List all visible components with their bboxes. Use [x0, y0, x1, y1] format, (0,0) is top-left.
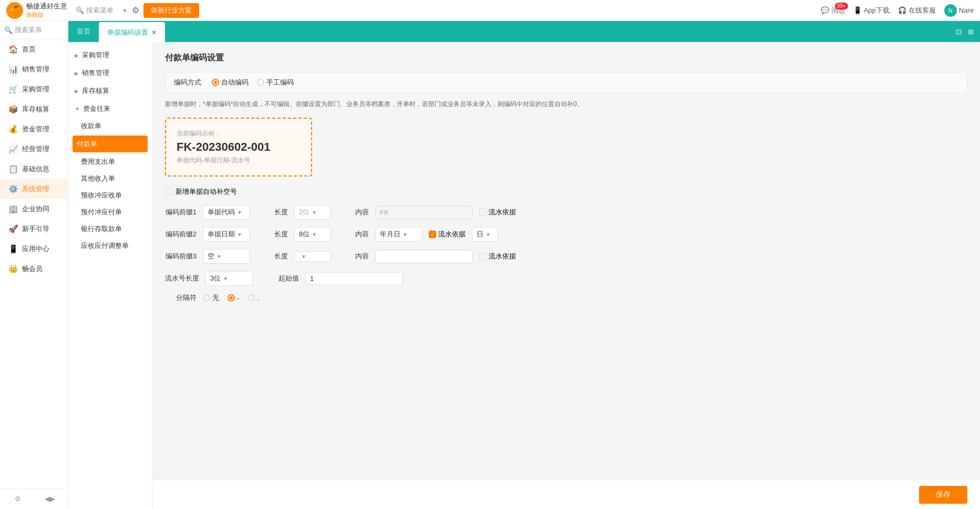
sidebar-settings-button[interactable]: ⚙	[4, 493, 32, 505]
prefix3-chevron-icon: ▼	[216, 254, 222, 259]
sidebar-item-member[interactable]: 👑 畅会员	[0, 259, 68, 279]
serial-length-label: 流水号长度	[165, 274, 199, 283]
prefix2-length-value: 8位	[299, 230, 310, 239]
sub-group-sales: ▶ 销售管理	[68, 64, 152, 82]
sidebar-item-operation[interactable]: 📈 经营管理	[0, 139, 68, 159]
auto-encode-radio[interactable]	[212, 79, 219, 86]
sub-item-payment[interactable]: 付款单	[73, 136, 148, 152]
sidebar-search[interactable]: 🔍 搜索菜单	[0, 21, 68, 39]
prefix3-serial-group: 流水依据	[479, 252, 516, 261]
sidebar-item-basic[interactable]: 📋 基础信息	[0, 159, 68, 179]
prefix2-content-value: 年月日	[380, 230, 400, 239]
sub-item-bank-deposit[interactable]: 银行存取款单	[68, 221, 152, 237]
code-preview-desc: 单据代码-单据日期-流水号	[177, 156, 301, 165]
save-button[interactable]: 保存	[919, 486, 967, 504]
sidebar-item-finance[interactable]: 💰 资金管理	[0, 119, 68, 139]
topbar-right: 💬 消息 99+ 📱 App下载 🎧 在线客服 N Nare	[821, 4, 974, 17]
main-layout: 🔍 搜索菜单 🏠 首页 📊 销售管理 🛒 采购管理 📦 库存核算 💰	[0, 21, 980, 509]
sub-group-inventory-header[interactable]: ▶ 库存核算	[68, 82, 152, 100]
prefix2-unit-chevron-icon: ▼	[486, 232, 491, 237]
prefix2-select[interactable]: 单据日期 ▼	[203, 227, 250, 242]
prefix2-serial-unit-select[interactable]: 日 ▼	[472, 227, 498, 242]
tab-close-icon[interactable]: ✕	[151, 29, 157, 36]
sidebar-item-home[interactable]: 🏠 首页	[0, 39, 68, 59]
prefix2-length-label: 长度	[256, 230, 288, 239]
sep-dash-radio[interactable]	[228, 294, 235, 302]
sep-dash-option[interactable]: -	[228, 294, 239, 302]
user-profile[interactable]: N Nare	[944, 4, 974, 17]
sidebar-item-apps[interactable]: 📱 应用中心	[0, 239, 68, 259]
sidebar-bottom: ⚙ ◀▶	[0, 488, 68, 509]
topbar-left: 🍊 畅捷通好生意 旗舰版 🔍 搜索菜单 ▼ ⚙ 体验行业方案	[6, 2, 199, 19]
brand: 🍊 畅捷通好生意 旗舰版	[6, 2, 67, 19]
serial-length-select[interactable]: 3位 ▼	[205, 271, 253, 286]
sub-group-purchase-header[interactable]: ▶ 采购管理	[68, 46, 152, 64]
info-text: 新增单据时，*单据编码*自动生成，不可编辑。前缀设置为部门、业务员等档案类，开单…	[165, 99, 967, 109]
app-download-button[interactable]: 📱 App下载	[853, 6, 890, 15]
sub-group-purchase: ▶ 采购管理	[68, 46, 152, 64]
sub-item-expense[interactable]: 费用支出单	[68, 153, 152, 170]
tab-encoding[interactable]: 单据编码设置 ✕	[99, 22, 165, 43]
prefix1-content-input[interactable]	[375, 206, 473, 219]
settings-icon[interactable]: ⚙	[132, 5, 139, 15]
sep-none-option[interactable]: 无	[203, 293, 219, 303]
sidebar-item-enterprise-label: 企业协同	[22, 204, 49, 214]
app-download-label: App下载	[864, 6, 890, 15]
prefix3-select[interactable]: 空 ▼	[203, 249, 250, 264]
sidebar-item-guide[interactable]: 🚀 新手引导	[0, 219, 68, 239]
sub-group-sales-header[interactable]: ▶ 销售管理	[68, 64, 152, 82]
online-service-button[interactable]: 🎧 在线客服	[898, 6, 936, 15]
sidebar-item-sales-label: 销售管理	[22, 65, 49, 74]
sidebar-item-purchase[interactable]: 🛒 采购管理	[0, 79, 68, 99]
prefix2-content-select[interactable]: 年月日 ▼	[375, 227, 422, 242]
operation-icon: 📈	[8, 144, 18, 154]
start-value-label: 起始值	[267, 274, 299, 283]
sub-item-receipt[interactable]: 收款单	[68, 118, 152, 134]
sidebar-item-sales[interactable]: 📊 销售管理	[0, 59, 68, 79]
prefix2-length-select[interactable]: 8位 ▼	[294, 227, 331, 242]
sep-dot-radio[interactable]	[247, 294, 255, 302]
sub-item-prepay-receivable[interactable]: 预收冲应收单	[68, 187, 152, 204]
sep-dot-option[interactable]: .	[247, 294, 259, 302]
sidebar-collapse-button[interactable]: ◀▶	[36, 493, 64, 505]
manual-encode-radio[interactable]	[257, 79, 264, 86]
prefix3-serial-checkbox[interactable]	[479, 253, 487, 260]
tab-maximize-icon[interactable]: ⊞	[968, 28, 974, 36]
prefix3-length-select[interactable]: ▼	[294, 251, 331, 262]
sidebar-item-system[interactable]: ⚙️ 系统管理	[0, 179, 68, 199]
prefix1-serial-checkbox[interactable]	[479, 209, 487, 216]
auto-fill-checkbox[interactable]	[165, 188, 172, 195]
prefix3-content-label: 内容	[337, 252, 369, 261]
sub-group-inventory-label: 库存核算	[82, 86, 109, 96]
start-value-input[interactable]	[305, 272, 403, 285]
auto-encode-option[interactable]: 自动编码	[212, 78, 249, 87]
sidebar-item-inventory[interactable]: 📦 库存核算	[0, 99, 68, 119]
message-badge: 99+	[835, 3, 848, 9]
auto-fill-label: 新增单据自动补空号	[176, 187, 237, 196]
purchase-icon: 🛒	[8, 85, 18, 94]
arrow-right-icon3: ▶	[75, 88, 79, 94]
prefix1-select[interactable]: 单据代码 ▼	[203, 205, 250, 220]
prefix1-label: 编码前缀1	[165, 207, 197, 217]
sub-sidebar: ▶ 采购管理 ▶ 销售管理 ▶ 库存核算	[68, 42, 152, 509]
sub-item-other-income[interactable]: 其他收入单	[68, 170, 152, 187]
prefix3-content-input[interactable]	[375, 250, 473, 263]
search-menu-area[interactable]: 🔍 搜索菜单	[71, 6, 118, 15]
sidebar-item-enterprise[interactable]: 🏢 企业协同	[0, 199, 68, 219]
bottom-bar: 保存	[152, 480, 980, 509]
sub-group-fund-header[interactable]: ▼ 资金往来	[68, 100, 152, 118]
trial-industry-button[interactable]: 体验行业方案	[143, 3, 199, 18]
tab-home[interactable]: 首页	[68, 21, 99, 42]
sep-none-radio[interactable]	[203, 294, 210, 302]
prefix1-length-select[interactable]: 2位 ▼	[294, 205, 331, 220]
chevron-down-icon[interactable]: ▼	[122, 7, 128, 14]
prefix2-serial-checkbox[interactable]: ✓	[429, 231, 436, 238]
tab-minimize-icon[interactable]: ⊡	[956, 28, 962, 36]
manual-encode-option[interactable]: 手工编码	[257, 78, 294, 87]
prefix1-length-value: 2位	[299, 207, 310, 217]
home-icon: 🏠	[8, 45, 18, 54]
message-button[interactable]: 💬 消息 99+	[821, 6, 845, 15]
serial-length-chevron-icon: ▼	[223, 276, 228, 282]
sub-item-ap-adjust[interactable]: 应收应付调整单	[68, 237, 152, 254]
sub-item-prepay-payable[interactable]: 预付冲应付单	[68, 204, 152, 221]
